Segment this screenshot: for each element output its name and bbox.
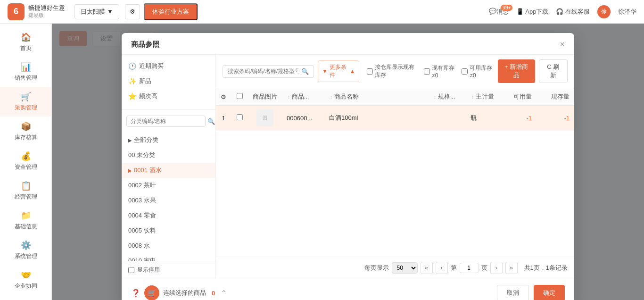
cat-item-appliance[interactable]: 0010 家电 <box>122 253 215 261</box>
modal-overlay: 商品参照 × 🕐 近期购买 ✨ <box>52 24 644 300</box>
product-table-wrap: ⚙ 商品图片 ↕ 商品... <box>216 88 574 257</box>
messages-icon: 💬 <box>489 8 496 16</box>
cat-item-liquor[interactable]: ▶ 0001 酒水 <box>122 163 215 178</box>
table-row[interactable]: 1 图 000600... 白酒100ml <box>216 106 574 131</box>
prev-page-btn[interactable]: ‹ <box>436 262 448 274</box>
sidebar-item-home[interactable]: 🏠 首页 <box>0 27 51 57</box>
row-available: -1 <box>499 106 537 131</box>
cat-liquor-label: 0001 酒水 <box>134 166 162 175</box>
checkbox-warehouse[interactable] <box>367 68 373 75</box>
category-list: ▶ 全部分类 00 未分类 ▶ 0001 酒水 0002 茶 <box>122 131 215 261</box>
modal-close-button[interactable]: × <box>560 40 565 50</box>
add-product-btn[interactable]: + 新增商品 <box>498 59 535 83</box>
category-search-input[interactable] <box>126 116 206 127</box>
show-disabled-label: 显示停用 <box>137 266 160 274</box>
th-stock[interactable]: 现存量 <box>537 88 574 106</box>
sidebar-label-system: 系统管理 <box>15 252 37 260</box>
sidebar-item-purchase[interactable]: 🛒 采购管理 <box>0 87 51 117</box>
nav-right: 💬 消息 99+ 📱 App下载 🎧 在线客服 徐 徐泽华 <box>489 5 636 18</box>
checkbox-warehouse-label[interactable]: 按仓库显示现有库存 <box>367 63 418 79</box>
cancel-btn[interactable]: 取消 <box>497 285 529 300</box>
quick-item-recent[interactable]: 🕐 近期购买 <box>122 58 215 74</box>
sidebar-label-purchase: 采购管理 <box>15 104 37 112</box>
first-page-btn[interactable]: « <box>421 262 433 274</box>
message-count: 99+ <box>501 5 512 11</box>
row-stock: -1 <box>537 106 574 131</box>
logo-title: 畅捷通好生意 <box>28 4 65 12</box>
cat-liquor-arrow: ▶ <box>128 168 132 173</box>
page-suffix-label: 页 <box>481 264 487 272</box>
logo-icon: 6 <box>8 3 25 20</box>
page-number-input[interactable] <box>460 263 479 273</box>
show-disabled-checkbox[interactable] <box>128 267 134 273</box>
app-download[interactable]: 📱 App下载 <box>516 8 548 16</box>
category-search-icon[interactable]: 🔍 <box>207 118 215 125</box>
sales-icon: 📊 <box>21 62 31 72</box>
th-spec[interactable]: ↕ 规格... <box>428 88 466 106</box>
logo-sub: 捷易版 <box>28 12 65 19</box>
refresh-btn[interactable]: C 刷新 <box>539 59 568 83</box>
sidebar-item-collab[interactable]: 🤝 企业协同 <box>0 265 51 295</box>
sidebar-label-finance: 资金管理 <box>15 163 37 171</box>
product-search-input[interactable] <box>228 68 298 75</box>
sidebar-item-inventory[interactable]: 📦 库存核算 <box>0 117 51 146</box>
quick-item-new[interactable]: ✨ 新品 <box>122 74 215 89</box>
next-page-btn[interactable]: › <box>490 262 503 274</box>
modal-footer: ❓ 🛒 连续选择的商品 0 ⌃ 取消 确定 <box>122 279 574 300</box>
row-code: 000600... <box>282 106 324 131</box>
filter-btn[interactable]: ▼ 更多条件 ▲ <box>318 60 359 82</box>
sidebar-label-collab: 企业协同 <box>15 282 37 290</box>
product-image: 图 <box>256 109 273 126</box>
divider <box>122 109 215 110</box>
sidebar-item-finance[interactable]: 💰 资金管理 <box>0 146 51 176</box>
th-checkbox[interactable] <box>231 88 248 106</box>
th-settings[interactable]: ⚙ <box>216 88 231 106</box>
quick-label-frequent: 频次高 <box>139 92 157 100</box>
checkbox-available-label[interactable]: 现有库存≠0 <box>424 64 456 79</box>
company-selector[interactable]: 日太阳膜 ▼ <box>74 4 119 19</box>
cat-item-tea[interactable]: 0002 茶叶 <box>122 178 215 193</box>
product-table: ⚙ 商品图片 ↕ 商品... <box>216 88 574 131</box>
checkbox-available[interactable] <box>424 68 430 75</box>
cat-all-arrow: ▶ <box>128 138 132 143</box>
th-code[interactable]: ↕ 商品... <box>282 88 324 106</box>
select-all-checkbox[interactable] <box>237 93 243 99</box>
sidebar-item-operations[interactable]: 📋 经营管理 <box>0 176 51 206</box>
sort-icon-code: ↕ <box>288 94 290 100</box>
th-unit[interactable]: ↕ 主计量 <box>466 88 499 106</box>
th-image[interactable]: 商品图片 <box>248 88 282 106</box>
last-page-btn[interactable]: » <box>505 262 518 274</box>
sidebar-item-basic[interactable]: 📁 基础信息 <box>0 206 51 235</box>
cat-item-fruit[interactable]: 0003 水果 <box>122 193 215 208</box>
cat-item-snack[interactable]: 0004 零食 <box>122 208 215 223</box>
confirm-btn[interactable]: 确定 <box>534 285 565 300</box>
checkbox-usable-label[interactable]: 可用库存≠0 <box>462 64 494 79</box>
help-icon[interactable]: ❓ <box>131 289 140 298</box>
quick-item-frequent[interactable]: ⭐ 频次高 <box>122 89 215 104</box>
experience-btn[interactable]: 体验行业方案 <box>144 3 198 20</box>
app-download-label: App下载 <box>525 8 548 15</box>
th-image-label: 商品图片 <box>253 93 277 100</box>
page-size-select[interactable]: 50 10 20 100 <box>392 262 418 274</box>
th-available-label: 可用量 <box>513 93 532 100</box>
th-available[interactable]: 可用量 <box>499 88 537 106</box>
sidebar-item-sales[interactable]: 📊 销售管理 <box>0 57 51 87</box>
cat-item-beverage[interactable]: 0005 饮料 <box>122 223 215 238</box>
new-icon: ✨ <box>128 77 136 85</box>
cat-item-uncategorized[interactable]: 00 未分类 <box>122 148 215 163</box>
user-avatar[interactable]: 徐 <box>597 5 611 18</box>
online-service[interactable]: 🎧 在线客服 <box>556 8 590 16</box>
cat-item-water[interactable]: 0008 水 <box>122 238 215 253</box>
category-search: 🔍 <box>122 112 215 131</box>
row-checkbox-cell <box>231 106 248 131</box>
th-name[interactable]: ↕ 商品名称 <box>324 88 428 106</box>
checkbox-usable[interactable] <box>462 68 468 75</box>
collapse-up-icon[interactable]: ⌃ <box>221 289 227 298</box>
sidebar-item-system[interactable]: ⚙️ 系统管理 <box>0 235 51 265</box>
row-checkbox[interactable] <box>237 114 243 120</box>
modal-title: 商品参照 <box>131 40 159 49</box>
messages-badge-area[interactable]: 💬 消息 99+ <box>489 8 509 16</box>
sidebar-item-guide[interactable]: 📖 新手引导 <box>0 295 51 300</box>
cat-item-all[interactable]: ▶ 全部分类 <box>122 133 215 148</box>
settings-icon[interactable]: ⚙ <box>125 4 140 19</box>
